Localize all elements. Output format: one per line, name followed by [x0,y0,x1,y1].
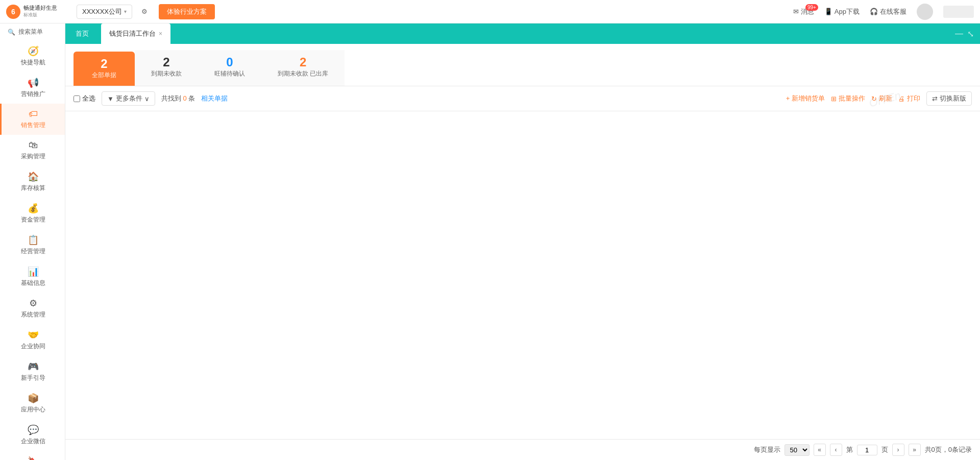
app-download-btn[interactable]: 📱 App下载 [824,7,860,16]
new-order-btn[interactable]: + 新增销货单 [786,94,825,103]
tab-label: 钱货日清工作台 [109,29,156,38]
logo-sub: 标准版 [23,12,57,18]
per-page-label: 每页显示 [754,445,780,454]
logo-icon: 6 [6,5,20,19]
related-link[interactable]: 相关单据 [201,94,228,103]
app-center-icon: 📦 [28,393,39,404]
refresh-label: 刷新 [879,94,892,103]
enterprise-coop-icon: 🤝 [28,329,39,341]
system-icon: ⚙ [29,298,37,309]
avatar[interactable] [917,4,933,20]
filter-btn[interactable]: ▼ 更多条件 ∨ [102,91,155,106]
online-support-btn[interactable]: 🎧 在线客服 [870,7,906,16]
operations-label: 经营管理 [21,247,45,256]
filter-icon: ▼ [107,95,114,103]
batch-btn[interactable]: ⊞ 批量操作 [831,94,865,103]
switch-label: 切换新版 [940,94,966,103]
select-all-label: 全选 [82,94,95,103]
basic-info-icon: 📊 [28,266,39,277]
stat-card-overdue[interactable]: 2 到期未收款 [135,50,198,86]
tab-actions: — ⤡ [955,29,980,39]
page-content: 2 全部单据 2 到期未收款 0 旺辅待确认 2 到期未收款 已出库 [65,44,980,460]
page-input[interactable] [857,445,877,455]
user-name-area[interactable] [943,6,974,18]
message-icon: ✉ [793,8,799,15]
tab-close-icon[interactable]: × [159,30,162,37]
sidebar-item-sales[interactable]: 🏷 销售管理 [0,104,65,135]
stat-card-overdue-out[interactable]: 2 到期未收款 已出库 [261,50,345,86]
print-label: 打印 [907,94,920,103]
sidebar-item-beginner[interactable]: 🎮 新手引导 [0,356,65,388]
system-label: 系统管理 [21,310,45,319]
purchase-icon: 🛍 [29,140,38,151]
top-header: 6 畅捷通好生意 标准版 XXXXXX公司 ▾ ⚙ 体验行业方案 ✉ 消息 99… [0,0,980,23]
stats-area: 2 全部单据 2 到期未收款 0 旺辅待确认 2 到期未收款 已出库 [65,44,980,86]
company-selector[interactable]: XXXXXX公司 ▾ [77,5,132,19]
sidebar-item-enterprise-coop[interactable]: 🤝 企业协同 [0,324,65,356]
marketing-label: 营销推广 [21,90,45,99]
tab-minimize-icon[interactable]: — [955,29,963,38]
vip-icon: 🔖 [28,456,39,460]
sidebar-item-inventory[interactable]: 🏠 库存核算 [0,166,65,198]
sales-label: 销售管理 [21,121,45,130]
app-download-label: App下载 [835,7,860,16]
online-support-label: 在线客服 [880,7,906,16]
quick-nav-icon: 🧭 [28,45,39,57]
stat-number-overdue-out: 2 [300,55,306,69]
stat-label-all: 全部单据 [92,71,116,80]
header-right: ✉ 消息 99+ 📱 App下载 🎧 在线客服 [793,4,974,20]
marketing-icon: 📢 [28,77,39,88]
sidebar-item-enterprise-wechat[interactable]: 💬 企业微信 [0,419,65,451]
print-btn[interactable]: 🖨 打印 [898,94,920,103]
page-unit: 页 [881,445,888,454]
toolbar: 全选 ▼ 更多条件 ∨ 共找到 0 条 相关单据 + 新增销货单 [65,86,980,111]
sidebar-item-finance[interactable]: 💰 资金管理 [0,198,65,229]
page-next-btn[interactable]: › [892,444,904,456]
switch-btn[interactable]: ⇄ 切换新版 [926,91,972,106]
support-icon: 🎧 [870,8,878,15]
sales-icon: 🏷 [29,109,38,119]
sidebar-item-basic-info[interactable]: 📊 基础信息 [0,261,65,293]
inventory-icon: 🏠 [28,171,39,182]
sidebar-item-app-center[interactable]: 📦 应用中心 [0,388,65,419]
finance-icon: 💰 [28,203,39,214]
main-layout: 🔍 搜索菜单 🧭 快捷导航 📢 营销推广 🏷 销售管理 🛍 采购管理 🏠 库存核… [0,23,980,460]
tab-bar: 首页 钱货日清工作台 × — ⤡ [65,23,980,44]
refresh-btn[interactable]: ↻ 刷新 [871,94,892,103]
stat-number-all: 2 [101,57,107,71]
tab-home[interactable]: 首页 [65,23,99,44]
select-all-checkbox[interactable]: 全选 [74,94,95,103]
trial-btn[interactable]: 体验行业方案 [159,4,215,19]
enterprise-wechat-icon: 💬 [28,424,39,435]
enterprise-coop-label: 企业协同 [21,342,45,351]
page-prev-btn[interactable]: ‹ [830,444,842,456]
search-icon: 🔍 [8,29,15,36]
stat-card-all[interactable]: 2 全部单据 [74,52,135,86]
tab-current[interactable]: 钱货日清工作台 × [101,23,170,44]
toolbar-right: + 新增销货单 ⊞ 批量操作 ↻ 刷新 🖨 打印 ⇄ [786,91,972,106]
message-btn[interactable]: ✉ 消息 99+ [793,7,814,16]
message-badge: 99+ [805,4,818,11]
sidebar-search[interactable]: 🔍 搜索菜单 [0,23,65,40]
search-label: 搜索菜单 [18,28,43,36]
settings-icon[interactable]: ⚙ [136,4,153,20]
logo-area: 6 畅捷通好生意 标准版 [6,5,71,19]
basic-info-label: 基础信息 [21,279,45,287]
stat-number-overdue: 2 [163,55,169,69]
sidebar-item-purchase[interactable]: 🛍 采购管理 [0,135,65,166]
select-all-input[interactable] [74,95,80,102]
beginner-label: 新手引导 [21,374,45,382]
beginner-icon: 🎮 [28,361,39,372]
stat-label-overdue: 到期未收款 [151,69,182,78]
sidebar-item-operations[interactable]: 📋 经营管理 [0,229,65,261]
per-page-select[interactable]: 50 [785,444,810,456]
content-area: 首页 钱货日清工作台 × — ⤡ 2 全部单据 2 到期未收款 [65,23,980,460]
sidebar-item-vip[interactable]: 🔖 畅会员 [0,451,65,460]
stat-card-wangwang[interactable]: 0 旺辅待确认 [198,50,261,86]
sidebar-item-quick-nav[interactable]: 🧭 快捷导航 [0,40,65,72]
sidebar-item-system[interactable]: ⚙ 系统管理 [0,293,65,324]
tab-maximize-icon[interactable]: ⤡ [967,29,974,39]
sidebar-item-marketing[interactable]: 📢 营销推广 [0,72,65,104]
page-first-btn[interactable]: « [814,444,826,456]
page-last-btn[interactable]: » [909,444,921,456]
